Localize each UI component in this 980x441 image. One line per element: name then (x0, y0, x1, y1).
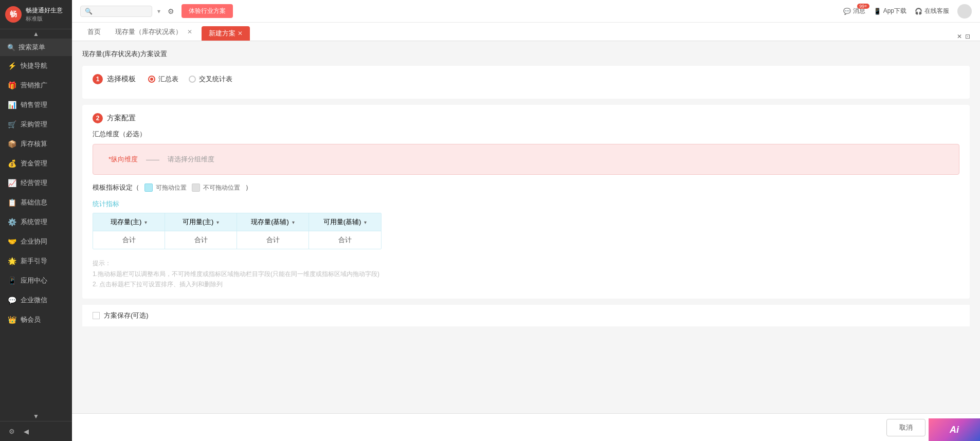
save-checkbox[interactable] (93, 312, 100, 319)
hint-item-0: 1.拖动标题栏可以调整布局，不可跨维度或指标区域拖动栏目字段(只能在同一维度或指… (93, 270, 959, 279)
stats-col-0[interactable]: 现存量(主) ▾ (93, 213, 165, 231)
sidebar-item-label: 经营管理 (21, 178, 47, 188)
radio-cross-table[interactable]: 交叉统计表 (189, 75, 232, 84)
step2-header: 2 方案配置 (93, 113, 959, 123)
chevron-down-icon[interactable]: ▾ (144, 219, 147, 225)
expand-window-icon[interactable]: ⊡ (964, 32, 972, 41)
message-icon: 💬 (843, 8, 851, 15)
app-logo: 畅 畅捷通好生意 标准版 (0, 0, 72, 29)
wechat-icon: 💬 (7, 296, 16, 305)
chevron-down-icon[interactable]: ▾ (292, 219, 295, 225)
tabs-bar: 首页 现存量（库存状况表） ✕ 新建方案 ✕ ✕ ⊡ (72, 23, 980, 41)
radio-dot-cross (189, 76, 196, 83)
marketing-icon: 🎁 (7, 81, 16, 90)
sidebar-item-marketing[interactable]: 🎁 营销推广 (0, 76, 72, 95)
save-label: 方案保存(可选) (104, 311, 149, 320)
topbar: 🔍 ▾ ⚙ 体验行业方案 💬 消息 99+ 📱 App下载 🎧 在线客服 (72, 0, 980, 23)
appstore-icon: 📱 (7, 276, 16, 285)
collapse-icon[interactable]: ◀ (22, 427, 31, 436)
step2-title: 方案配置 (107, 114, 136, 123)
sidebar-item-corp-collab[interactable]: 🤝 企业协同 (0, 232, 72, 251)
sidebar-item-sales[interactable]: 📊 销售管理 (0, 95, 72, 115)
chevron-down-icon[interactable]: ▾ (364, 219, 367, 225)
scroll-up[interactable]: ▲ (0, 29, 72, 39)
draggable-legend-box (144, 183, 153, 192)
close-window-icon[interactable]: ✕ (955, 32, 964, 41)
sidebar-item-label: 基础信息 (21, 198, 47, 207)
app-download-button[interactable]: 📱 App下载 (874, 7, 906, 15)
legend-not-draggable: 不可拖动位置 (192, 183, 240, 192)
step1-header: 1 选择模板 汇总表 交叉统计表 (93, 74, 959, 84)
stats-section-label: 统计指标 (93, 199, 959, 209)
sidebar-item-newuser[interactable]: 🌟 新手引导 (0, 251, 72, 271)
sidebar-item-label: 畅会员 (21, 315, 41, 324)
scroll-up-arrow[interactable]: ▲ (26, 29, 46, 39)
logo-icon: 畅 (5, 6, 22, 23)
sidebar-item-inventory[interactable]: 📦 库存核算 (0, 134, 72, 154)
sidebar-item-system[interactable]: ⚙️ 系统管理 (0, 212, 72, 232)
radio-summary-table[interactable]: 汇总表 (148, 75, 178, 84)
tab-new-plan[interactable]: 新建方案 ✕ (202, 26, 250, 41)
tab-close-icon[interactable]: ✕ (187, 28, 192, 35)
sidebar-item-appstore[interactable]: 📱 应用中心 (0, 271, 72, 290)
stats-col-1[interactable]: 可用量(主) ▾ (165, 213, 237, 231)
sidebar-item-wechat[interactable]: 💬 企业微信 (0, 290, 72, 310)
finance-icon: 💰 (7, 159, 16, 168)
tab-new-close-icon[interactable]: ✕ (238, 30, 243, 37)
stats-col-3[interactable]: 可用量(基辅) ▾ (309, 213, 381, 231)
search-input[interactable] (96, 8, 147, 15)
chevron-down-icon[interactable]: ▾ (157, 8, 160, 15)
stats-col-2[interactable]: 现存量(基辅) ▾ (237, 213, 309, 231)
sidebar-item-operations[interactable]: 📈 经营管理 (0, 173, 72, 193)
dimension-selector[interactable]: *纵向维度 —— 请选择分组维度 (93, 144, 959, 175)
scroll-down[interactable]: ▼ (0, 412, 72, 421)
chevron-down-icon[interactable]: ▾ (216, 219, 219, 225)
sidebar-item-basics[interactable]: 📋 基础信息 (0, 193, 72, 212)
sidebar-item-label: 资金管理 (21, 159, 47, 168)
user-avatar[interactable] (957, 4, 972, 19)
sidebar-item-finance[interactable]: 💰 资金管理 (0, 154, 72, 173)
sales-icon: 📊 (7, 100, 16, 109)
settings-icon[interactable]: ⚙ (7, 427, 16, 436)
radio-dot-summary (148, 76, 155, 83)
sidebar-item-label: 企业协同 (21, 237, 47, 246)
stats-data-row: 合计 合计 合计 合计 (93, 231, 381, 249)
ai-button[interactable]: Ai (929, 418, 980, 441)
tab-home[interactable]: 首页 (80, 24, 108, 41)
sidebar-item-label: 新手引导 (21, 256, 47, 266)
inventory-icon: 📦 (7, 139, 16, 149)
tab-inventory-status[interactable]: 现存量（库存状况表） ✕ (108, 24, 199, 41)
scroll-down-arrow[interactable]: ▼ (26, 412, 46, 421)
sidebar-item-member[interactable]: 👑 畅会员 (0, 310, 72, 329)
step1-card: 1 选择模板 汇总表 交叉统计表 (82, 66, 970, 99)
sidebar-item-purchase[interactable]: 🛒 采购管理 (0, 115, 72, 134)
dimension-section-label: 汇总维度（必选） (93, 130, 959, 139)
topbar-search-box[interactable]: 🔍 (80, 6, 152, 17)
search-icon: 🔍 (7, 44, 15, 51)
sidebar-item-label: 营销推广 (21, 81, 47, 90)
sidebar-item-label: 快捷导航 (21, 61, 47, 70)
footer: 取消 查询 (72, 413, 980, 441)
customer-service-button[interactable]: 🎧 在线客服 (915, 7, 949, 15)
step2-card: 2 方案配置 汇总维度（必选） *纵向维度 —— 请选择分组维度 模板指标设定（… (82, 105, 970, 299)
search-icon: 🔍 (85, 8, 93, 15)
operations-icon: 📈 (7, 178, 16, 188)
corp-collab-icon: 🤝 (7, 237, 16, 246)
sidebar-search[interactable]: 🔍 搜索菜单 (0, 39, 72, 56)
cancel-button[interactable]: 取消 (886, 419, 925, 436)
industry-solution-button[interactable]: 体验行业方案 (182, 4, 233, 18)
message-button[interactable]: 💬 消息 99+ (843, 7, 865, 15)
hint-item-1: 2. 点击标题栏下拉可设置排序、插入列和删除列 (93, 280, 959, 289)
stats-header-row: 现存量(主) ▾ 可用量(主) ▾ 现存量(基辅) ▾ 可用量(基辅) (93, 213, 381, 231)
stats-data-2: 合计 (237, 231, 309, 249)
gear-icon[interactable]: ⚙ (168, 7, 174, 15)
sidebar-item-label: 搜索菜单 (19, 43, 45, 52)
stats-data-1: 合计 (165, 231, 237, 249)
template-radio-group: 汇总表 交叉统计表 (148, 75, 232, 84)
sidebar-item-label: 采购管理 (21, 120, 47, 129)
sidebar-item-quick-nav[interactable]: ⚡ 快捷导航 (0, 56, 72, 76)
content-area: 现存量(库存状况表)方案设置 1 选择模板 汇总表 交叉统计表 (72, 41, 980, 413)
sidebar-bottom: ⚙ ◀ (0, 421, 72, 441)
member-icon: 👑 (7, 315, 16, 324)
legend-draggable: 可拖动位置 (144, 183, 187, 192)
